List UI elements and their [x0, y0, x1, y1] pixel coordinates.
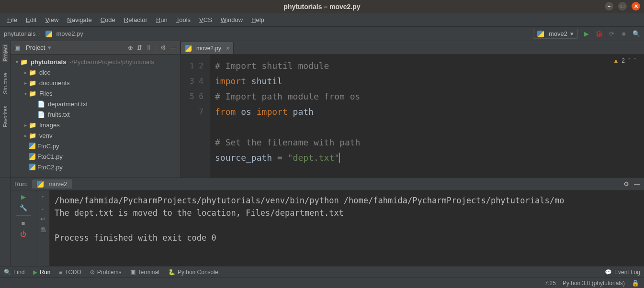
- print-icon[interactable]: 🖶: [40, 226, 46, 233]
- python-file-icon: [37, 181, 44, 188]
- window-maximize-button[interactable]: □: [618, 2, 627, 11]
- menu-run[interactable]: Run: [152, 16, 172, 23]
- hide-panel-button[interactable]: —: [634, 180, 640, 188]
- warning-icon: ▲: [613, 57, 619, 64]
- coverage-button[interactable]: ⟳: [608, 30, 615, 38]
- python-file-icon: [45, 31, 52, 37]
- softwrap-icon[interactable]: ↩: [40, 215, 45, 222]
- bottom-problems-button[interactable]: ⊘Problems: [90, 269, 122, 276]
- tree-item-label: department.txt: [48, 100, 88, 108]
- folder-icon: ▣: [14, 44, 20, 51]
- exit-button[interactable]: ⏻: [20, 231, 26, 238]
- tree-item-label: Files: [39, 90, 52, 97]
- chevron-right-icon[interactable]: ▸: [22, 122, 29, 128]
- menu-tools[interactable]: Tools: [172, 16, 195, 23]
- tree-folder[interactable]: ▸📁Images: [11, 120, 180, 130]
- collapse-all-icon[interactable]: ⥣: [146, 44, 151, 51]
- project-tree[interactable]: ▾ 📁 phytutorials ~/PycharmProjects/phytu…: [11, 55, 180, 177]
- tree-item-label: fruits.txt: [48, 111, 70, 118]
- locate-icon[interactable]: ⊕: [128, 44, 133, 51]
- chevron-right-icon[interactable]: ▸: [22, 133, 29, 138]
- chevron-down-icon[interactable]: ▾: [13, 59, 20, 65]
- bottom-terminal-button[interactable]: ▣Terminal: [130, 269, 159, 276]
- code-editor[interactable]: 1 2 3 4 5 6 7 # Import shutil module imp…: [181, 55, 644, 177]
- menu-vcs[interactable]: VCS: [195, 16, 216, 23]
- bottom-python-console-button[interactable]: 🐍Python Console: [168, 269, 218, 276]
- tree-root-name: phytutorials: [31, 58, 66, 66]
- toolwindow-project-button[interactable]: Project: [2, 44, 8, 62]
- bottom-todo-button[interactable]: ≡TODO: [59, 269, 81, 276]
- tree-folder[interactable]: ▸📁venv: [11, 130, 180, 141]
- stop-button[interactable]: ■: [22, 220, 25, 227]
- chevron-down-icon[interactable]: ▾: [48, 44, 51, 51]
- gear-icon[interactable]: ⚙: [623, 180, 629, 188]
- editor-tabstrip: move2.py ×: [181, 41, 644, 55]
- console-output[interactable]: /home/fahmida/PycharmProjects/phytutoria…: [50, 190, 644, 266]
- menu-edit[interactable]: Edit: [22, 16, 41, 23]
- chevron-up-icon[interactable]: ˄: [628, 57, 631, 64]
- tree-folder[interactable]: ▸📁dice: [11, 67, 180, 78]
- chevron-down-icon[interactable]: ˅: [633, 57, 636, 64]
- tree-file[interactable]: FtoC1.py: [11, 151, 180, 162]
- bottom-run-button[interactable]: ▶Run: [33, 269, 50, 276]
- expand-all-icon[interactable]: ⇵: [137, 44, 142, 51]
- chevron-right-icon[interactable]: ▸: [22, 70, 29, 75]
- rerun-button[interactable]: ▶: [21, 193, 26, 200]
- menu-view[interactable]: View: [41, 16, 63, 23]
- gear-icon[interactable]: ⚙: [160, 44, 166, 51]
- menu-refactor[interactable]: Refactor: [120, 16, 152, 23]
- caret-position[interactable]: 7:25: [545, 280, 556, 287]
- tree-root[interactable]: ▾ 📁 phytutorials ~/PycharmProjects/phytu…: [11, 56, 180, 67]
- run-button[interactable]: ▶: [583, 30, 590, 38]
- project-tool-window: ▣ Project ▾ ⊕ ⇵ ⥣ | ⚙ — ▾ 📁 phytutorials…: [11, 41, 181, 177]
- python-file-icon: [29, 153, 35, 160]
- main-menubar: FileEditViewNavigateCodeRefactorRunTools…: [0, 13, 644, 27]
- toolwindow-structure-button[interactable]: Structure: [2, 72, 8, 95]
- inspection-widget[interactable]: ▲ 2 ˄ ˅: [613, 57, 636, 64]
- folder-icon: 📁: [29, 132, 36, 139]
- toolwindow-favorites-button[interactable]: Favorites: [2, 105, 8, 128]
- event-log-button[interactable]: 💬Event Log: [605, 269, 640, 276]
- menu-navigate[interactable]: Navigate: [63, 16, 96, 23]
- chat-icon: 💬: [605, 269, 612, 276]
- down-icon[interactable]: ↓: [41, 204, 45, 211]
- chevron-right-icon[interactable]: ▸: [22, 80, 29, 86]
- folder-icon: 📁: [29, 90, 36, 97]
- menu-window[interactable]: Window: [216, 16, 247, 23]
- tree-folder[interactable]: ▾📁Files: [11, 88, 180, 99]
- editor-tab-label: move2.py: [196, 45, 221, 52]
- chevron-down-icon[interactable]: ▾: [22, 91, 29, 96]
- breadcrumb[interactable]: phytutorials 〉 move2.py: [4, 30, 83, 38]
- python-file-icon: [29, 164, 35, 170]
- window-minimize-button[interactable]: –: [605, 2, 613, 11]
- breadcrumb-root[interactable]: phytutorials: [4, 30, 35, 37]
- hide-panel-button[interactable]: —: [170, 44, 176, 51]
- tree-file[interactable]: FtoC.py: [11, 141, 180, 151]
- menu-file[interactable]: File: [3, 16, 22, 23]
- tree-folder[interactable]: ▸📁documents: [11, 78, 180, 88]
- debug-button[interactable]: 🐞: [595, 30, 603, 38]
- menu-code[interactable]: Code: [96, 16, 120, 23]
- tree-file[interactable]: 📄fruits.txt: [11, 109, 180, 120]
- lock-icon[interactable]: 🔒: [632, 279, 639, 287]
- bottom-find-button[interactable]: 🔍Find: [4, 269, 24, 276]
- tree-file[interactable]: 📄department.txt: [11, 99, 180, 109]
- terminal-icon: ▣: [130, 269, 136, 276]
- run-config-selector[interactable]: move2 ▾: [533, 29, 578, 39]
- navigation-bar: phytutorials 〉 move2.py move2 ▾ ▶ 🐞 ⟳ ■ …: [0, 27, 644, 41]
- close-tab-icon[interactable]: ×: [226, 45, 229, 52]
- interpreter-label[interactable]: Python 3.8 (phytutorials): [563, 280, 625, 287]
- window-close-button[interactable]: ✕: [632, 2, 640, 11]
- menu-help[interactable]: Help: [247, 16, 269, 23]
- breadcrumb-file[interactable]: move2.py: [56, 30, 83, 37]
- editor-tab[interactable]: move2.py ×: [181, 42, 234, 54]
- run-tool-window: Run: move2 ⚙ — ▶ 🔧 ■ ⏻ ↑ ↓: [0, 177, 644, 266]
- up-icon[interactable]: ↑: [41, 193, 45, 200]
- tree-file[interactable]: FtoC2.py: [11, 162, 180, 172]
- stop-button[interactable]: ■: [620, 30, 628, 38]
- tool-icon[interactable]: 🔧: [20, 204, 27, 211]
- editor-content[interactable]: # Import shutil module import shutil # I…: [210, 55, 644, 177]
- search-everywhere-button[interactable]: 🔍: [633, 30, 640, 38]
- status-bar: 7:25 Python 3.8 (phytutorials) 🔒: [0, 277, 644, 288]
- run-tab[interactable]: move2: [32, 179, 72, 188]
